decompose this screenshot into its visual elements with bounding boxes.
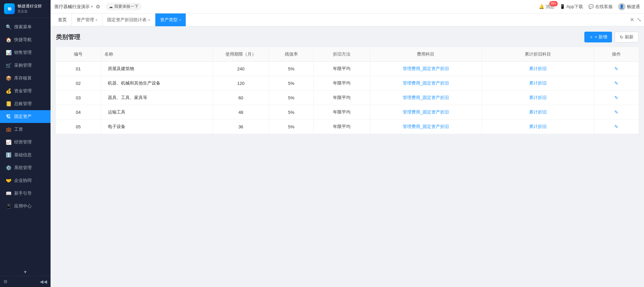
sidebar-item-enterprise[interactable]: 🤝 企业协同 — [0, 174, 51, 187]
main-area: 医疗器械行业演示 ▾ ⚙ ☁ 我要体验一下 🔔 消息 99+ 📱 App下载 💬… — [51, 0, 644, 287]
payroll-icon: 💼 — [5, 126, 11, 132]
topbar-settings-icon[interactable]: ⚙ — [96, 4, 100, 10]
ledger-icon: 📒 — [5, 101, 11, 107]
tab-close-icon[interactable]: × — [148, 18, 150, 22]
sidebar-item-label: 库存核算 — [14, 75, 32, 81]
sidebar-bottom: ⚙ ◀◀ — [0, 276, 51, 287]
enterprise-icon: 🤝 — [5, 178, 11, 184]
sidebar-item-purchase[interactable]: 🛒 采购管理 — [0, 59, 51, 72]
customer-service-button[interactable]: 💬 在线客服 — [588, 4, 613, 10]
cell-residual: 5% — [269, 120, 314, 134]
sidebar-item-inventory[interactable]: 📦 库存核算 — [0, 72, 51, 85]
tab-home[interactable]: 首页 — [53, 13, 72, 26]
expand-tab-button[interactable]: ⤡ — [637, 17, 641, 23]
system-icon: ⚙️ — [5, 165, 11, 171]
sidebar-item-payroll[interactable]: 💼 工资 — [0, 123, 51, 136]
table-body: 01 房屋及建筑物 240 5% 年限平均 管理费用_固定资产折旧 累计折旧 ✎… — [56, 62, 639, 134]
cell-action: ✎ — [594, 91, 639, 105]
app-download-button[interactable]: 📱 App下载 — [560, 4, 583, 10]
collapse-icon[interactable]: ◀◀ — [40, 279, 47, 284]
table-row: 01 房屋及建筑物 240 5% 年限平均 管理费用_固定资产折旧 累计折旧 ✎ — [56, 62, 639, 76]
table-row: 05 电子设备 36 5% 年限平均 管理费用_固定资产折旧 累计折旧 ✎ — [56, 120, 639, 134]
cell-period: 120 — [213, 76, 269, 91]
sidebar-item-label: 资金管理 — [14, 88, 32, 94]
sidebar-item-sales[interactable]: 📊 销售管理 — [0, 46, 51, 59]
notifications-badge: 99+ — [549, 1, 558, 6]
edit-icon[interactable]: ✎ — [614, 109, 618, 115]
sidebar-logo-text-group: 畅捷通好业财 普及版 — [18, 4, 42, 14]
cell-accum: 累计折旧 — [482, 62, 594, 76]
company-selector[interactable]: 医疗器械行业演示 ▾ — [55, 4, 93, 10]
sidebar-item-label: 基础信息 — [14, 152, 32, 158]
content-area: 类别管理 ＋ + 新增 ↻ 刷新 编号 名称 使用期限（月） — [51, 26, 644, 287]
fixed-assets-icon: 🏗 — [5, 114, 11, 120]
cell-action: ✎ — [594, 120, 639, 134]
sidebar-item-app-center[interactable]: 📱 应用中心 — [0, 200, 51, 213]
cell-name: 运输工具 — [101, 105, 213, 120]
app-logo-icon: 畅 — [4, 3, 15, 14]
refresh-button[interactable]: ↻ 刷新 — [615, 32, 639, 42]
cell-name: 房屋及建筑物 — [101, 62, 213, 76]
sidebar-item-basic-info[interactable]: ℹ️ 基础信息 — [0, 149, 51, 161]
close-tab-button[interactable]: ✕ — [630, 17, 634, 23]
service-icon: 💬 — [588, 4, 594, 9]
cell-expense: 管理费用_固定资产折旧 — [370, 120, 482, 134]
sidebar-item-label: 快捷导航 — [14, 37, 32, 43]
sidebar-item-label: 工资 — [14, 126, 23, 132]
funds-icon: 💰 — [5, 88, 11, 94]
tab-assets[interactable]: 资产管理 × — [72, 13, 102, 26]
cell-expense: 管理费用_固定资产折旧 — [370, 76, 482, 91]
sidebar: 畅 畅捷通好业财 普及版 🔍 搜索菜单 🏠 快捷导航 📊 销售管理 🛒 采购管理… — [0, 0, 51, 287]
sidebar-item-operations[interactable]: 📈 经营管理 — [0, 136, 51, 149]
sidebar-item-funds[interactable]: 💰 资金管理 — [0, 85, 51, 97]
sidebar-item-ledger[interactable]: 📒 总账管理 — [0, 97, 51, 110]
sidebar-item-label: 固定资产 — [14, 114, 32, 120]
cell-code: 04 — [56, 105, 101, 120]
topbar: 医疗器械行业演示 ▾ ⚙ ☁ 我要体验一下 🔔 消息 99+ 📱 App下载 💬… — [51, 0, 644, 13]
sidebar-item-search[interactable]: 🔍 搜索菜单 — [0, 21, 51, 33]
sidebar-item-system[interactable]: ⚙️ 系统管理 — [0, 161, 51, 174]
cell-method: 年限平均 — [314, 62, 370, 76]
edit-icon[interactable]: ✎ — [614, 95, 618, 100]
app-center-icon: 📱 — [5, 203, 11, 209]
cell-code: 03 — [56, 91, 101, 105]
sidebar-item-fixed-assets[interactable]: 🏗 固定资产 — [0, 110, 51, 123]
user-menu[interactable]: 👤 畅捷通 — [618, 3, 640, 10]
data-table-container: 编号 名称 使用期限（月） 残值率 折旧方法 费用科目 累计折旧科目 操作 01… — [56, 47, 639, 134]
edit-icon[interactable]: ✎ — [614, 124, 618, 129]
col-header-code: 编号 — [56, 47, 101, 62]
new-button[interactable]: ＋ + 新增 — [584, 32, 612, 42]
tutorial-icon: 📖 — [5, 190, 11, 196]
notifications-button[interactable]: 🔔 消息 99+ — [539, 4, 554, 10]
sidebar-logo: 畅 畅捷通好业财 普及版 — [0, 0, 51, 18]
col-header-period: 使用期限（月） — [213, 47, 269, 62]
table-row: 03 器具、工具、家具等 60 5% 年限平均 管理费用_固定资产折旧 累计折旧… — [56, 91, 639, 105]
edit-icon[interactable]: ✎ — [614, 66, 618, 71]
experience-button[interactable]: ☁ 我要体验一下 — [105, 3, 142, 10]
cell-method: 年限平均 — [314, 105, 370, 120]
bell-icon: 🔔 — [539, 4, 544, 9]
download-icon: 📱 — [560, 4, 565, 9]
tab-asset-type[interactable]: 资产类型 × — [155, 13, 186, 26]
home-icon: 🏠 — [5, 37, 11, 43]
sidebar-item-quick-nav[interactable]: 🏠 快捷导航 — [0, 33, 51, 46]
tab-close-icon[interactable]: × — [95, 18, 97, 22]
tab-depreciation[interactable]: 固定资产折旧统计表 × — [102, 13, 155, 26]
chevron-down-icon: ▾ — [91, 4, 93, 9]
category-table: 编号 名称 使用期限（月） 残值率 折旧方法 费用科目 累计折旧科目 操作 01… — [56, 47, 639, 134]
sales-icon: 📊 — [5, 50, 11, 56]
sidebar-scroll-down[interactable]: ▼ — [0, 268, 51, 276]
user-label: 畅捷通 — [627, 4, 640, 10]
sidebar-item-label: 企业协同 — [14, 178, 32, 184]
tab-close-icon[interactable]: × — [179, 18, 181, 22]
settings-icon[interactable]: ⚙ — [3, 279, 8, 284]
col-header-expense: 费用科目 — [370, 47, 482, 62]
cell-accum: 累计折旧 — [482, 105, 594, 120]
cell-period: 60 — [213, 91, 269, 105]
sidebar-item-tutorial[interactable]: 📖 新手引导 — [0, 187, 51, 200]
cell-period: 48 — [213, 105, 269, 120]
app-download-label: App下载 — [566, 4, 583, 10]
user-icon: 👤 — [618, 3, 625, 10]
experience-label: 我要体验一下 — [114, 4, 139, 9]
edit-icon[interactable]: ✎ — [614, 81, 618, 86]
